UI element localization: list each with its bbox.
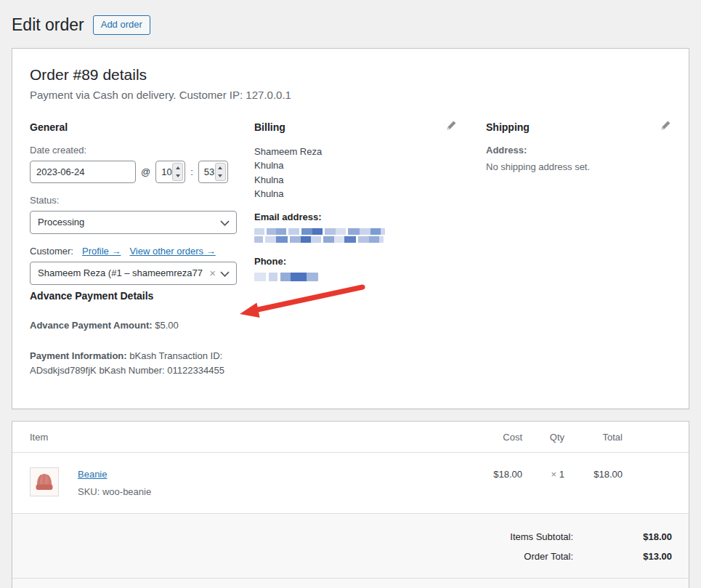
beanie-image xyxy=(32,470,57,494)
email-address-label: Email address: xyxy=(254,212,437,222)
status-select[interactable]: Processing xyxy=(30,211,237,234)
date-created-input[interactable] xyxy=(30,161,136,183)
advance-payment-amount: Advance Payment Amount: $5.00 xyxy=(30,320,237,331)
hour-stepper-buttons[interactable] xyxy=(172,163,183,181)
shipping-heading: Shipping xyxy=(486,121,668,133)
admin-page: Edit order Add order Order #89 details P… xyxy=(0,0,701,588)
date-row: @ 10 : 53 xyxy=(30,161,237,183)
order-title: Order #89 details xyxy=(30,66,671,84)
order-total-row: Order Total: $13.00 xyxy=(12,547,672,566)
product-thumbnail xyxy=(30,467,59,496)
column-header-total: Total xyxy=(564,432,623,443)
clear-selection-icon[interactable]: × xyxy=(209,267,216,279)
advance-payment-heading: Advance Payment Details xyxy=(30,290,237,302)
product-sku: SKU: woo-beanie xyxy=(78,486,457,497)
billing-address-line: Khulna xyxy=(254,158,437,173)
column-header-qty: Qty xyxy=(522,432,564,443)
redacted-email xyxy=(254,228,437,243)
billing-address-line: Khulna xyxy=(254,173,437,188)
billing-heading: Billing xyxy=(254,121,437,133)
qty-times-symbol: × xyxy=(551,469,557,480)
edit-billing-icon[interactable] xyxy=(446,120,457,131)
payment-info-label: Payment Information: xyxy=(30,350,127,361)
view-other-orders-link[interactable]: View other orders → xyxy=(129,246,215,257)
at-separator: @ xyxy=(141,166,150,177)
order-total-label: Order Total: xyxy=(524,551,573,562)
table-row: Beanie SKU: woo-beanie $18.00 × 1 $18.00 xyxy=(12,453,689,514)
item-qty: × 1 xyxy=(522,467,564,480)
item-info: Beanie SKU: woo-beanie xyxy=(59,467,457,497)
chevron-down-icon xyxy=(220,271,230,277)
add-order-button[interactable]: Add order xyxy=(93,15,150,35)
phone-label: Phone: xyxy=(254,256,437,267)
general-column: General Date created: @ 10 : 53 Status: xyxy=(30,121,237,378)
redacted-phone xyxy=(254,273,318,281)
item-cost: $18.00 xyxy=(457,467,522,480)
customer-label: Customer: xyxy=(30,246,73,257)
minute-stepper[interactable]: 53 xyxy=(198,161,228,183)
minute-value: 53 xyxy=(204,166,214,177)
customer-select[interactable]: Shameem Reza (#1 – shameemreza77... × xyxy=(30,262,237,285)
order-totals: Items Subtotal: $18.00 Order Total: $13.… xyxy=(12,514,689,578)
shipping-address-value: No shipping address set. xyxy=(486,161,668,172)
order-details-panel: Order #89 details Payment via Cash on de… xyxy=(12,48,689,409)
item-total: $18.00 xyxy=(564,467,623,480)
status-label: Status: xyxy=(30,195,237,206)
advance-amount-label: Advance Payment Amount: xyxy=(30,320,153,331)
time-separator: : xyxy=(190,166,193,177)
product-link[interactable]: Beanie xyxy=(78,469,107,480)
shipping-column: Shipping Address: No shipping address se… xyxy=(486,121,671,378)
items-table-header: Item Cost Qty Total xyxy=(12,422,689,453)
advance-amount-value: $5.00 xyxy=(155,320,179,331)
items-subtotal-label: Items Subtotal: xyxy=(510,531,573,542)
customer-row: Customer: Profile → View other orders → xyxy=(30,246,237,257)
customer-selected-value: Shameem Reza (#1 – shameemreza77... xyxy=(38,267,203,278)
general-heading: General xyxy=(30,121,237,133)
order-items-panel: Item Cost Qty Total Beanie SKU: woo-bean… xyxy=(12,421,689,588)
stepper-up-icon[interactable] xyxy=(216,164,225,172)
column-header-item: Item xyxy=(30,432,457,443)
status-selected-value: Processing xyxy=(38,217,84,227)
stepper-down-icon[interactable] xyxy=(173,172,182,180)
chevron-down-icon xyxy=(220,220,230,226)
order-data-columns: General Date created: @ 10 : 53 Status: xyxy=(30,121,671,378)
order-total-value: $13.00 xyxy=(573,551,672,562)
page-header: Edit order Add order xyxy=(12,15,689,36)
items-subtotal-value: $18.00 xyxy=(573,531,672,542)
qty-value: 1 xyxy=(559,469,564,480)
profile-link[interactable]: Profile → xyxy=(82,246,121,257)
stepper-up-icon[interactable] xyxy=(173,164,182,172)
payment-information: Payment Information: bKash Transaction I… xyxy=(30,349,237,378)
shipping-address-label: Address: xyxy=(486,145,668,156)
minute-stepper-buttons[interactable] xyxy=(215,163,226,181)
edit-shipping-icon[interactable] xyxy=(660,120,671,131)
billing-name: Shameem Reza xyxy=(254,145,437,159)
column-header-cost: Cost xyxy=(457,432,522,443)
items-subtotal-row: Items Subtotal: $18.00 xyxy=(12,527,672,547)
order-meta: Payment via Cash on delivery. Customer I… xyxy=(30,89,671,101)
hour-stepper[interactable]: 10 xyxy=(155,161,185,183)
page-title: Edit order xyxy=(12,15,84,36)
hour-value: 10 xyxy=(161,166,171,177)
billing-address-line: Khulna xyxy=(254,187,437,201)
stepper-down-icon[interactable] xyxy=(216,172,225,180)
items-footer: Refund ? This order is no longer editabl… xyxy=(12,578,689,588)
billing-column: Billing Shameem Reza Khulna Khulna Khuln… xyxy=(254,121,457,378)
date-created-label: Date created: xyxy=(30,145,237,156)
